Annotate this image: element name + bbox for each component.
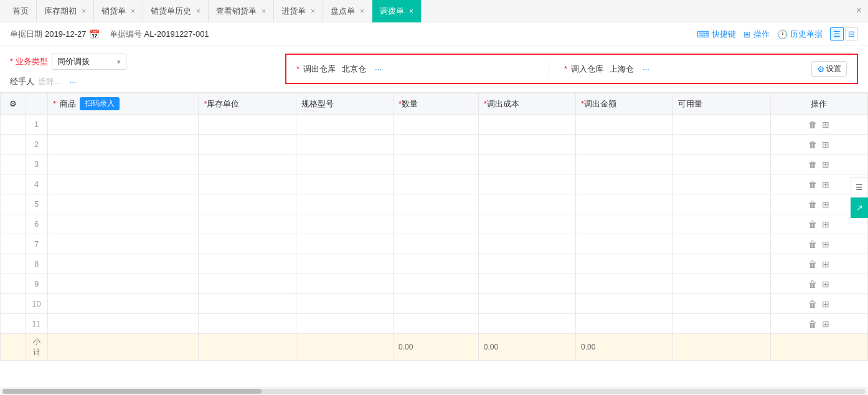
delete-icon-row-10[interactable]: 🗑 [808, 299, 817, 309]
td-unit-7[interactable] [199, 234, 296, 254]
td-unit-11[interactable] [199, 314, 296, 334]
td-amount-11[interactable] [576, 314, 673, 334]
tab-purchase-order-close[interactable]: × [311, 7, 315, 16]
shortcut-button[interactable]: ⌨ 快捷键 [697, 29, 736, 40]
td-product-6[interactable] [48, 214, 199, 234]
td-amount-6[interactable] [576, 214, 673, 234]
delete-icon-row-8[interactable]: 🗑 [808, 259, 817, 269]
td-cost-8[interactable] [478, 254, 575, 274]
copy-icon-row-4[interactable]: ⊞ [822, 179, 829, 189]
tab-sales-history[interactable]: 销货单历史 × [143, 0, 209, 22]
scan-button[interactable]: 扫码录入 [80, 97, 120, 110]
tab-purchase-order[interactable]: 进货单 × [274, 0, 323, 22]
td-spec-10[interactable] [296, 294, 393, 314]
delete-icon-row-4[interactable]: 🗑 [808, 179, 817, 189]
tab-transfer-order[interactable]: 调拨单 × [372, 0, 422, 22]
td-unit-5[interactable] [199, 194, 296, 214]
td-cost-10[interactable] [478, 294, 575, 314]
copy-icon-row-6[interactable]: ⊞ [822, 219, 829, 229]
tab-view-sales[interactable]: 查看销货单 × [209, 0, 274, 22]
td-spec-6[interactable] [296, 214, 393, 234]
list-view-button[interactable]: ☰ [830, 27, 844, 40]
td-unit-9[interactable] [199, 274, 296, 294]
tab-inventory-check-close[interactable]: × [360, 7, 364, 16]
td-spec-2[interactable] [296, 135, 393, 155]
td-amount-3[interactable] [576, 155, 673, 174]
warehouse-in-more-icon[interactable]: ··· [643, 64, 649, 74]
td-amount-10[interactable] [576, 294, 673, 314]
td-qty-9[interactable] [393, 274, 478, 294]
copy-icon-row-1[interactable]: ⊞ [822, 120, 829, 130]
td-qty-3[interactable] [393, 155, 478, 174]
td-cost-4[interactable] [478, 174, 575, 194]
td-unit-4[interactable] [199, 174, 296, 194]
copy-icon-row-9[interactable]: ⊞ [822, 279, 829, 289]
td-amount-8[interactable] [576, 254, 673, 274]
tab-inventory-check[interactable]: 盘点单 × [323, 0, 372, 22]
td-spec-1[interactable] [296, 115, 393, 135]
float-list-icon[interactable]: ☰ [851, 177, 868, 198]
td-spec-4[interactable] [296, 174, 393, 194]
delete-icon-row-2[interactable]: 🗑 [808, 140, 817, 150]
td-cost-6[interactable] [478, 214, 575, 234]
td-amount-9[interactable] [576, 274, 673, 294]
tab-home[interactable]: 首页 [5, 0, 37, 22]
tab-transfer-order-close[interactable]: × [409, 7, 413, 16]
copy-icon-row-8[interactable]: ⊞ [822, 259, 829, 269]
window-close-button[interactable]: × [856, 5, 862, 16]
td-product-3[interactable] [48, 155, 199, 174]
td-spec-8[interactable] [296, 254, 393, 274]
td-product-10[interactable] [48, 294, 199, 314]
td-cost-2[interactable] [478, 135, 575, 155]
copy-icon-row-3[interactable]: ⊞ [822, 159, 829, 169]
td-amount-5[interactable] [576, 194, 673, 214]
tab-sales-order-close[interactable]: × [131, 7, 135, 16]
td-cost-5[interactable] [478, 194, 575, 214]
float-export-icon[interactable]: ↗ [851, 198, 868, 218]
delete-icon-row-9[interactable]: 🗑 [808, 279, 817, 289]
copy-icon-row-5[interactable]: ⊞ [822, 199, 829, 209]
delete-icon-row-11[interactable]: 🗑 [808, 319, 817, 329]
td-product-4[interactable] [48, 174, 199, 194]
th-gear[interactable]: ⚙ [1, 93, 26, 115]
history-button[interactable]: 🕐 历史单据 [777, 29, 823, 40]
td-unit-10[interactable] [199, 294, 296, 314]
td-qty-6[interactable] [393, 214, 478, 234]
td-amount-4[interactable] [576, 174, 673, 194]
delete-icon-row-3[interactable]: 🗑 [808, 159, 817, 169]
td-amount-1[interactable] [576, 115, 673, 135]
tab-sales-history-close[interactable]: × [196, 7, 200, 16]
scrollbar-area[interactable] [0, 388, 868, 395]
td-cost-11[interactable] [478, 314, 575, 334]
td-amount-7[interactable] [576, 234, 673, 254]
tab-inventory-init-close[interactable]: × [82, 7, 86, 16]
td-product-8[interactable] [48, 254, 199, 274]
td-qty-8[interactable] [393, 254, 478, 274]
td-product-7[interactable] [48, 234, 199, 254]
tab-sales-order[interactable]: 销货单 × [94, 0, 143, 22]
td-qty-1[interactable] [393, 115, 478, 135]
td-unit-8[interactable] [199, 254, 296, 274]
delete-icon-row-1[interactable]: 🗑 [808, 120, 817, 130]
td-qty-4[interactable] [393, 174, 478, 194]
copy-icon-row-7[interactable]: ⊞ [822, 239, 829, 249]
td-spec-11[interactable] [296, 314, 393, 334]
td-unit-3[interactable] [199, 155, 296, 174]
td-cost-9[interactable] [478, 274, 575, 294]
td-cost-7[interactable] [478, 234, 575, 254]
td-product-11[interactable] [48, 314, 199, 334]
td-product-9[interactable] [48, 274, 199, 294]
td-product-2[interactable] [48, 135, 199, 155]
td-amount-2[interactable] [576, 135, 673, 155]
td-spec-9[interactable] [296, 274, 393, 294]
delete-icon-row-6[interactable]: 🗑 [808, 219, 817, 229]
td-spec-3[interactable] [296, 155, 393, 174]
td-cost-3[interactable] [478, 155, 575, 174]
td-unit-6[interactable] [199, 214, 296, 234]
td-unit-2[interactable] [199, 135, 296, 155]
td-unit-1[interactable] [199, 115, 296, 135]
person-more-icon[interactable]: ··· [70, 77, 77, 87]
td-qty-5[interactable] [393, 194, 478, 214]
tab-inventory-init[interactable]: 库存期初 × [37, 0, 94, 22]
td-qty-7[interactable] [393, 234, 478, 254]
